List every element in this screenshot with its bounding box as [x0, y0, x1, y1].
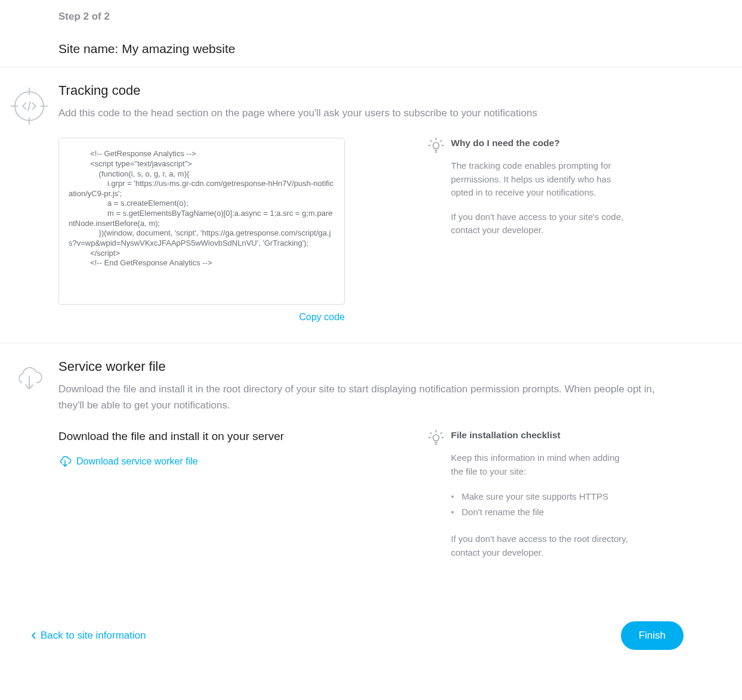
site-name-label: Site name: My amazing website: [58, 42, 742, 56]
svg-line-16: [430, 432, 432, 434]
service-worker-description: Download the file and install it in the …: [58, 382, 655, 413]
list-item: Make sure your site supports HTTPS: [451, 489, 630, 504]
hint-text-1: The tracking code enables prompting for …: [451, 159, 630, 200]
back-link-label: Back to site information: [41, 630, 146, 642]
checklist-hint-p1: Keep this information in mind when addin…: [451, 451, 630, 478]
svg-line-5: [28, 101, 30, 111]
lightbulb-icon: [428, 430, 443, 445]
step-indicator: Step 2 of 2: [58, 11, 742, 23]
svg-line-17: [440, 432, 442, 434]
chevron-left-icon: [31, 631, 37, 640]
svg-line-7: [430, 140, 432, 142]
download-sub-title: Download the file and install it on your…: [58, 430, 345, 443]
tracking-code-title: Tracking code: [58, 83, 684, 98]
download-link-label: Download service worker file: [76, 456, 198, 467]
svg-line-8: [440, 140, 442, 142]
target-code-icon: [11, 88, 48, 323]
tracking-code-textarea[interactable]: <!-- GetResponse Analytics --> <script t…: [58, 138, 345, 305]
section-tracking-code: Tracking code Add this code to the head …: [0, 67, 742, 343]
download-service-worker-link[interactable]: Download service worker file: [58, 455, 198, 468]
back-link[interactable]: Back to site information: [31, 630, 146, 642]
copy-code-button[interactable]: Copy code: [299, 312, 345, 323]
checklist-hint-title: File installation checklist: [451, 430, 630, 441]
cloud-download-small-icon: [58, 455, 72, 468]
service-worker-hint: File installation checklist Keep this in…: [428, 430, 684, 570]
tracking-code-hint: Why do I need the code? The tracking cod…: [428, 138, 684, 248]
checklist-hint-p2: If you don't have access to the root dir…: [451, 532, 630, 559]
finish-button[interactable]: Finish: [621, 621, 684, 650]
section-service-worker: Service worker file Download the file an…: [0, 343, 742, 590]
wizard-footer: Back to site information Finish: [0, 590, 742, 670]
cloud-download-icon: [14, 364, 44, 570]
tracking-code-description: Add this code to the head section on the…: [58, 106, 655, 121]
hint-title: Why do I need the code?: [451, 138, 630, 148]
hint-text-2: If you don't have access to your site's …: [451, 210, 630, 237]
checklist-hint-list: Make sure your site supports HTTPS Don't…: [451, 489, 630, 519]
page-header: Step 2 of 2 Site name: My amazing websit…: [0, 0, 742, 67]
lightbulb-icon: [428, 138, 443, 153]
list-item: Don't rename the file: [451, 504, 630, 520]
service-worker-title: Service worker file: [58, 359, 684, 374]
